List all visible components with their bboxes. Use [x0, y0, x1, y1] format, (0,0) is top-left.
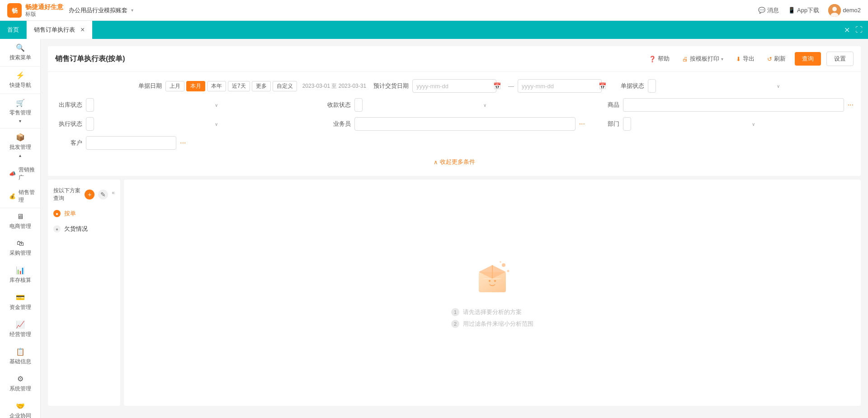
logo-area: 畅 畅捷通好生意 标版 — [7, 3, 63, 18]
out-status-select-wrapper — [86, 98, 222, 112]
query-button[interactable]: 查询 — [795, 52, 821, 66]
chevron-up-icon: ▴ — [19, 153, 21, 158]
logo-icon: 畅 — [7, 3, 22, 18]
download-icon: 📱 — [788, 7, 795, 14]
receipt-status-label: 收款状态 — [324, 101, 351, 109]
sidebar-item-ecommerce[interactable]: 🖥 电商管理 — [0, 208, 40, 235]
collapse-icon: ∧ — [434, 159, 438, 166]
collapse-panel-button[interactable]: « — [112, 190, 115, 200]
dept-select[interactable] — [623, 117, 631, 131]
salesperson-section: 业务员 ··· — [324, 117, 585, 131]
customer-input[interactable] — [86, 136, 176, 150]
sidebar-sub-marketing[interactable]: 📣 营销推广 — [0, 162, 40, 185]
basic-icon: 📋 — [16, 347, 25, 356]
plan-item-欠货[interactable]: ● 欠货情况 — [48, 221, 120, 237]
expected-date-label: 预计交货日期 — [373, 82, 409, 90]
date-btn-this-month[interactable]: 本月 — [186, 81, 205, 91]
salesperson-input[interactable] — [354, 117, 576, 131]
window-close-icon[interactable]: ✕ — [844, 26, 850, 34]
date-btn-7days[interactable]: 近7天 — [228, 81, 250, 91]
right-content: 1 请先选择要分析的方案 2 用过滤条件来缩小分析范围 — [124, 180, 861, 406]
goods-label: 商品 — [592, 101, 619, 109]
settings-button[interactable]: 设置 — [826, 52, 854, 66]
customer-label: 客户 — [55, 139, 82, 147]
date-btn-custom[interactable]: 自定义 — [273, 81, 297, 91]
svg-point-3 — [832, 7, 837, 11]
sidebar-item-wholesale[interactable]: 📦 批发管理 ▴ — [0, 128, 40, 162]
operation-icon: 📈 — [16, 320, 25, 329]
receipt-status-select[interactable] — [354, 98, 363, 112]
sidebar-shortcuts[interactable]: ⚡ 快捷导航 — [0, 66, 40, 94]
sidebar-shortcuts-section: ⚡ 快捷导航 — [0, 66, 40, 94]
sidebar-item-system[interactable]: ⚙ 系统管理 — [0, 370, 40, 397]
sidebar-item-retail[interactable]: 🛒 零售管理 ▾ — [0, 94, 40, 128]
page-header: 销售订单执行表(按单) ❓ 帮助 🖨 按模板打印 ▾ ⬇ 导出 ↺ 刷新 — [48, 46, 861, 72]
ecommerce-icon: 🖥 — [17, 213, 24, 221]
edit-icon: ✎ — [100, 191, 106, 198]
customer-section: 客户 ··· — [55, 136, 186, 150]
page-title: 销售订单执行表(按单) — [55, 54, 125, 64]
expected-date-end-wrapper: 📅 — [518, 79, 610, 93]
tab-bar-actions: ✕ ⛶ — [839, 21, 868, 39]
exec-status-label: 执行状态 — [55, 120, 82, 128]
goods-section: 商品 ··· — [592, 98, 854, 112]
sidebar-sub-sales[interactable]: 💰 销售管理 — [0, 185, 40, 208]
sub-marketing-icon: 📣 — [9, 171, 16, 177]
add-plan-button[interactable]: + — [85, 190, 94, 200]
message-button[interactable]: 💬 消息 — [758, 6, 779, 14]
out-status-section: 出库状态 — [55, 98, 316, 112]
filter-row-4: 客户 ··· — [55, 136, 854, 150]
user-menu[interactable]: demo2 — [828, 4, 861, 17]
chevron-icon: ▾ — [19, 119, 21, 124]
salesperson-more-icon[interactable]: ··· — [579, 120, 585, 128]
sidebar: 🔍 搜索菜单 ⚡ 快捷导航 🛒 零售管理 ▾ 📦 批发管理 ▴ — [0, 39, 41, 418]
help-button[interactable]: ❓ 帮助 — [645, 53, 673, 65]
date-btn-more[interactable]: 更多 — [252, 81, 271, 91]
exec-status-select-wrapper — [86, 117, 222, 131]
svg-point-13 — [494, 280, 496, 282]
date-btn-last-month[interactable]: 上月 — [165, 81, 184, 91]
edit-plan-button[interactable]: ✎ — [98, 190, 108, 200]
window-maximize-icon[interactable]: ⛶ — [855, 26, 863, 34]
sidebar-item-enterprise[interactable]: 🤝 企业协同 — [0, 397, 40, 418]
plan-item-按单[interactable]: ● 按单 — [48, 206, 120, 221]
sidebar-item-purchase[interactable]: 🛍 采购管理 — [0, 235, 40, 261]
collapse-button[interactable]: ∧ 收起更多条件 — [55, 155, 854, 169]
page-actions: ❓ 帮助 🖨 按模板打印 ▾ ⬇ 导出 ↺ 刷新 查询 设置 — [645, 52, 854, 66]
tab-active[interactable]: 销售订单执行表 × — [27, 21, 92, 39]
sidebar-item-inventory[interactable]: 📊 库存核算 — [0, 261, 40, 289]
sidebar-item-basic[interactable]: 📋 基础信息 — [0, 343, 40, 370]
sidebar-search[interactable]: 🔍 搜索菜单 — [0, 39, 40, 66]
dept-section: 部门 — [592, 117, 854, 131]
message-icon: 💬 — [758, 7, 765, 14]
empty-state: 1 请先选择要分析的方案 2 用过滤条件来缩小分析范围 — [451, 254, 533, 332]
date-btn-this-year[interactable]: 本年 — [207, 81, 226, 91]
goods-input[interactable] — [623, 98, 844, 112]
sidebar-item-finance[interactable]: 💳 资金管理 — [0, 289, 40, 316]
expected-date-end[interactable] — [518, 79, 602, 93]
empty-icon — [470, 254, 515, 299]
tab-close-icon[interactable]: × — [80, 26, 85, 34]
left-panel-header: 按以下方案查询 + ✎ « — [48, 183, 120, 206]
top-bar: 畅 畅捷通好生意 标版 办公用品行业模拟账套 ▾ 💬 消息 📱 App下载 — [0, 0, 868, 21]
finance-icon: 💳 — [16, 293, 25, 302]
date-buttons: 上月 本月 本年 近7天 更多 自定义 — [165, 81, 297, 91]
refresh-button[interactable]: ↺ 刷新 — [764, 53, 789, 65]
exec-status-select[interactable] — [86, 117, 94, 131]
top-bar-left: 畅 畅捷通好生意 标版 办公用品行业模拟账套 ▾ — [7, 3, 133, 18]
goods-more-icon[interactable]: ··· — [848, 101, 854, 109]
content-wrapper: 按以下方案查询 + ✎ « ● 按单 — [48, 180, 861, 406]
customer-more-icon[interactable]: ··· — [180, 139, 186, 147]
sidebar-item-operation[interactable]: 📈 经营管理 — [0, 316, 40, 343]
app-download-button[interactable]: 📱 App下载 — [788, 6, 819, 14]
date-separator: — — [508, 83, 514, 90]
svg-point-10 — [507, 270, 509, 272]
status-select[interactable] — [648, 79, 656, 93]
breadcrumb[interactable]: 办公用品行业模拟账套 ▾ — [69, 6, 133, 14]
tab-home[interactable]: 首页 — [0, 21, 27, 39]
export-button[interactable]: ⬇ 导出 — [732, 53, 758, 65]
expected-date-start[interactable] — [412, 79, 496, 93]
out-status-select[interactable] — [86, 98, 94, 112]
refresh-icon: ↺ — [767, 56, 772, 62]
print-button[interactable]: 🖨 按模板打印 ▾ — [679, 53, 727, 65]
